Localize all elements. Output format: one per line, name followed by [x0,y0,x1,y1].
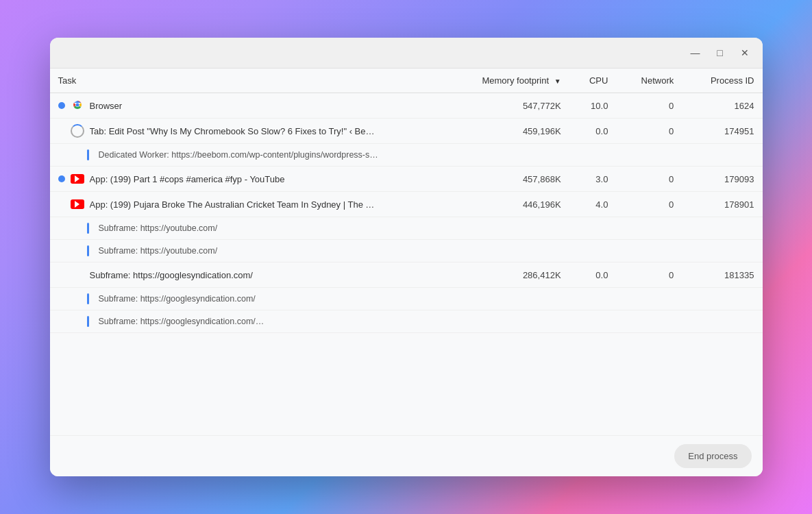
table-row[interactable]: Tab: Edit Post "Why Is My Chromebook So … [50,119,763,144]
window-controls: — □ ✕ [686,43,754,62]
close-icon: ✕ [741,47,749,58]
window-content: Task Memory footprint ▼ CPU Network [50,69,763,476]
pid-cell: 1624 [682,93,762,119]
chrome-icon [71,98,84,114]
pid-cell: 174951 [682,119,762,144]
cpu-cell: 0.0 [569,119,617,144]
memory-cell [442,240,569,262]
task-label: App: (199) Part 1 #cops #america #fyp - … [90,174,285,184]
status-dot-empty [58,127,65,134]
task-label: Tab: Edit Post "Why Is My Chromebook So … [90,126,378,136]
task-cell-child: Subframe: https://googlesyndication.com/ [50,288,442,310]
memory-cell: 459,196K [442,119,569,144]
memory-cell: 457,868K [442,167,569,192]
task-label: App: (199) Pujara Broke The Australian C… [90,199,378,210]
memory-cell [442,310,569,333]
pid-cell [682,310,762,333]
network-cell [616,310,682,333]
task-cell: Browser [50,93,442,119]
task-cell-child: Dedicated Worker: https://beebom.com/wp-… [50,144,442,167]
pid-cell [682,288,762,310]
side-bar-icon [87,223,89,234]
task-cell-child: Subframe: https://youtube.com/ [50,217,442,240]
subtask-label: Subframe: https://youtube.com/ [99,246,218,256]
pid-cell [682,240,762,262]
table-row[interactable]: Browser 547,772K 10.0 0 1624 [50,93,763,119]
app-icon [71,197,84,211]
table-row[interactable]: Subframe: https://youtube.com/ [50,240,763,262]
pid-cell [682,217,762,240]
task-cell: App: (199) Pujara Broke The Australian C… [50,192,442,217]
task-cell: Subframe: https://googlesyndication.com/ [50,262,442,288]
spinner-icon [71,124,84,138]
cpu-cell: 10.0 [569,93,617,119]
titlebar: — □ ✕ [50,38,763,69]
status-dot [58,102,65,109]
close-button[interactable]: ✕ [735,43,754,62]
side-bar-icon [87,245,89,256]
table-row[interactable]: Subframe: https://googlesyndication.com/… [50,262,763,288]
cpu-cell [569,310,617,333]
network-cell [616,217,682,240]
end-process-button[interactable]: End process [674,444,751,468]
youtube-icon [71,199,84,209]
status-dot [58,175,65,182]
table-row[interactable]: Subframe: https://googlesyndication.com/ [50,288,763,310]
table-row[interactable]: Dedicated Worker: https://beebom.com/wp-… [50,144,763,167]
pid-cell: 181335 [682,262,762,288]
table-row[interactable]: App: (199) Pujara Broke The Australian C… [50,192,763,217]
cpu-cell [569,217,617,240]
side-bar-icon [87,149,89,160]
status-dot-empty [58,271,65,278]
memory-cell: 547,772K [442,93,569,119]
table-row[interactable]: Subframe: https://googlesyndication.com/… [50,310,763,333]
cpu-cell: 4.0 [569,192,617,217]
side-bar-icon [87,316,89,327]
task-cell: App: (199) Part 1 #cops #america #fyp - … [50,167,442,192]
memory-cell [442,217,569,240]
task-label: Browser [90,101,123,111]
memory-cell: 446,196K [442,192,569,217]
youtube-icon [71,174,84,184]
subtask-label: Dedicated Worker: https://beebom.com/wp-… [99,150,378,160]
network-cell [616,240,682,262]
side-bar-icon [87,293,89,304]
memory-cell [442,288,569,310]
app-icon [71,268,84,282]
footer: End process [50,435,763,476]
network-cell [616,288,682,310]
subtask-label: Subframe: https://googlesyndication.com/… [99,317,264,326]
col-header-task[interactable]: Task [50,69,442,93]
cpu-cell [569,288,617,310]
pid-cell: 178901 [682,192,762,217]
col-header-network[interactable]: Network [616,69,682,93]
cpu-cell: 0.0 [569,262,617,288]
memory-cell [442,144,569,167]
task-cell: Tab: Edit Post "Why Is My Chromebook So … [50,119,442,144]
cpu-cell [569,144,617,167]
network-cell: 0 [616,192,682,217]
table-container[interactable]: Task Memory footprint ▼ CPU Network [50,69,763,435]
col-header-memory[interactable]: Memory footprint ▼ [442,69,569,93]
network-cell: 0 [616,93,682,119]
sort-arrow-icon: ▼ [554,77,561,85]
task-manager-window: — □ ✕ Task Memory footprint [50,38,763,476]
status-dot-empty [58,201,65,208]
cpu-cell [569,240,617,262]
svg-point-2 [75,103,79,106]
cpu-cell: 3.0 [569,167,617,192]
table-row[interactable]: Subframe: https://youtube.com/ [50,217,763,240]
network-cell: 0 [616,167,682,192]
subtask-label: Subframe: https://googlesyndication.com/ [99,294,256,304]
app-icon [71,124,84,138]
subtask-label: Subframe: https://youtube.com/ [99,223,218,233]
app-icon [71,99,84,112]
col-header-pid[interactable]: Process ID [682,69,762,93]
task-cell-child: Subframe: https://googlesyndication.com/… [50,310,442,333]
table-row[interactable]: App: (199) Part 1 #cops #america #fyp - … [50,167,763,192]
maximize-button[interactable]: □ [711,43,730,62]
task-table: Task Memory footprint ▼ CPU Network [50,69,763,333]
minimize-button[interactable]: — [686,43,705,62]
pid-cell [682,144,762,167]
col-header-cpu[interactable]: CPU [569,69,617,93]
